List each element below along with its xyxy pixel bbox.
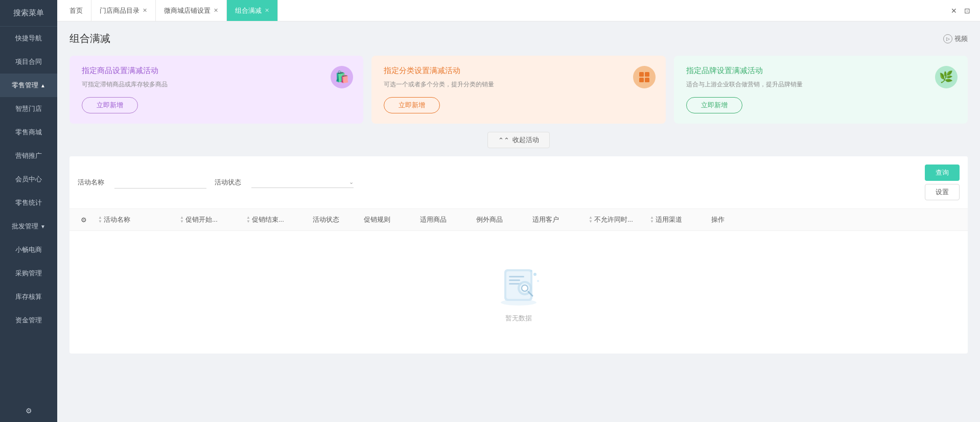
th-status: 活动状态 [309,215,360,224]
svg-rect-2 [639,78,644,82]
sidebar-item-label: 会员中心 [15,175,42,184]
sort-icon[interactable]: ▲▼ [180,216,184,224]
video-link[interactable]: ▷ 视频 [943,34,968,43]
sidebar-item-inventory[interactable]: 库存核算 [0,285,57,309]
sidebar-item-label: 营销推广 [15,151,42,160]
card-category-add-button[interactable]: 立即新增 [384,97,440,113]
tab-home-label: 首页 [69,6,83,15]
sidebar-item-label: 库存核算 [15,292,42,301]
sidebar-item-wholesale-mgmt[interactable]: 批发管理 ▼ [0,215,57,238]
card-brand-add-button[interactable]: 立即新增 [686,97,742,113]
card-goods-add-button[interactable]: 立即新增 [82,97,138,113]
sidebar-item-label: 零售管理 [12,81,38,90]
window-maximize-button[interactable]: ⊡ [963,6,972,15]
activity-status-select[interactable]: ⌄ [251,177,354,188]
card-goods: 🛍️ 指定商品设置满减活动 可指定滞销商品或库存较多商品 立即新增 [69,56,363,124]
svg-rect-8 [509,279,520,281]
svg-point-15 [537,280,539,282]
collapse-up-icon: ⌃⌃ [498,136,509,144]
sidebar-item-label: 零售统计 [15,198,42,207]
sidebar-item-label: 零售商城 [15,128,42,137]
video-label: 视频 [954,34,968,43]
th-name-label: 活动名称 [104,215,130,224]
sidebar-item-label: 快捷导航 [15,34,42,43]
sidebar-item-label: 采购管理 [15,269,42,278]
sidebar-item-label: 智慧门店 [15,104,42,113]
sidebar-settings-button[interactable]: ⚙ [0,400,57,422]
card-goods-title: 指定商品设置满减活动 [82,66,351,76]
tab-store-catalog-label: 门店商品目录 [100,6,139,15]
filter-row: 活动名称 活动状态 ⌄ 查询 设置 [69,156,968,209]
tab-bar: 首页 门店商品目录 ✕ 微商城店铺设置 ✕ 组合满减 ✕ ✕ ⊡ [57,0,980,21]
th-customer: 适用客户 [528,215,585,224]
sidebar-item-quick-nav[interactable]: 快捷导航 [0,27,57,50]
window-close-button[interactable]: ✕ [949,6,959,15]
filter-actions: 查询 设置 [925,165,960,200]
close-icon[interactable]: ✕ [143,7,147,14]
card-category-title: 指定分类设置满减活动 [384,66,653,76]
card-category: 指定分类设置满减活动 可选一个或者多个分类，提升分类的销量 立即新增 [371,56,665,124]
close-icon[interactable]: ✕ [265,7,269,14]
query-button[interactable]: 查询 [925,165,960,181]
sidebar-item-label: 资金管理 [15,316,42,325]
th-rule-label: 促销规则 [364,215,390,224]
close-icon[interactable]: ✕ [214,7,218,14]
th-channel: ▲▼ 适用渠道 [646,215,707,224]
sort-icon[interactable]: ▲▼ [650,216,654,224]
tab-combo-discount[interactable]: 组合满减 ✕ [227,0,278,21]
card-brand: 🌿 指定品牌设置满减活动 适合与上游企业联合做营销，提升品牌销量 立即新增 [674,56,968,124]
card-goods-icon: 🛍️ [331,66,353,88]
setting-button[interactable]: 设置 [925,184,960,200]
th-goods-label: 适用商品 [420,215,447,224]
card-category-icon [633,66,656,88]
sidebar-item-smart-store[interactable]: 智慧门店 [0,97,57,121]
main-area: 首页 门店商品目录 ✕ 微商城店铺设置 ✕ 组合满减 ✕ ✕ ⊡ 组合满减 ▷ … [57,0,980,422]
th-status-label: 活动状态 [313,215,339,224]
card-category-desc: 可选一个或者多个分类，提升分类的销量 [384,80,653,89]
svg-rect-1 [645,72,649,77]
activity-name-input[interactable] [114,176,206,189]
table-header: ⚙ ▲▼ 活动名称 ▲▼ 促销开始... ▲▼ 促销结束... 活动状态 [69,209,968,231]
card-goods-desc: 可指定滞销商品或库存较多商品 [82,80,351,89]
card-brand-icon: 🌿 [935,66,958,88]
collapse-btn-label: 收起活动 [512,135,539,145]
th-notallow: ▲▼ 不允许同时... [585,215,646,224]
th-start: ▲▼ 促销开始... [176,215,242,224]
empty-state: 暂无数据 [69,231,968,354]
svg-point-14 [533,273,536,276]
th-customer-label: 适用客户 [532,215,559,224]
sort-icon[interactable]: ▲▼ [98,216,102,224]
settings-icon: ⚙ [81,216,87,224]
sidebar-item-retail-stats[interactable]: 零售统计 [0,191,57,215]
svg-rect-0 [639,72,644,77]
th-start-label: 促销开始... [185,215,218,224]
sidebar-item-marketing[interactable]: 营销推广 [0,144,57,168]
chevron-down-icon: ▼ [40,224,45,229]
collapse-activities-button[interactable]: ⌃⌃ 收起活动 [487,132,550,148]
sort-icon[interactable]: ▲▼ [246,216,250,224]
sidebar-item-retail-mall[interactable]: 零售商城 [0,121,57,144]
tab-store-catalog[interactable]: 门店商品目录 ✕ [91,0,156,21]
play-icon: ▷ [943,34,952,43]
sidebar-item-purchase-mgmt[interactable]: 采购管理 [0,262,57,285]
sidebar-item-xiaochang[interactable]: 小畅电商 [0,238,57,262]
th-rule: 促销规则 [360,215,416,224]
page-title: 组合满减 [69,32,110,45]
sidebar-item-project-contract[interactable]: 项目合同 [0,50,57,74]
th-settings[interactable]: ⚙ [74,216,94,224]
sort-icon[interactable]: ▲▼ [589,216,593,224]
sidebar-item-retail-mgmt[interactable]: 零售管理 ▲ [0,74,57,97]
sidebar-search[interactable]: 搜索菜单 [0,0,57,27]
collapse-bar: ⌃⌃ 收起活动 [69,132,968,148]
svg-point-16 [530,270,532,272]
sidebar-item-finance[interactable]: 资金管理 [0,309,57,332]
th-except: 例外商品 [472,215,528,224]
th-action-label: 操作 [711,215,725,224]
chevron-up-icon: ▲ [40,83,45,88]
tab-wechat-store-settings[interactable]: 微商城店铺设置 ✕ [156,0,227,21]
sidebar-item-label: 项目合同 [15,57,42,66]
chevron-down-icon: ⌄ [349,179,354,185]
sidebar-item-member-center[interactable]: 会员中心 [0,168,57,191]
th-action: 操作 [707,215,964,224]
tab-home[interactable]: 首页 [61,0,91,21]
